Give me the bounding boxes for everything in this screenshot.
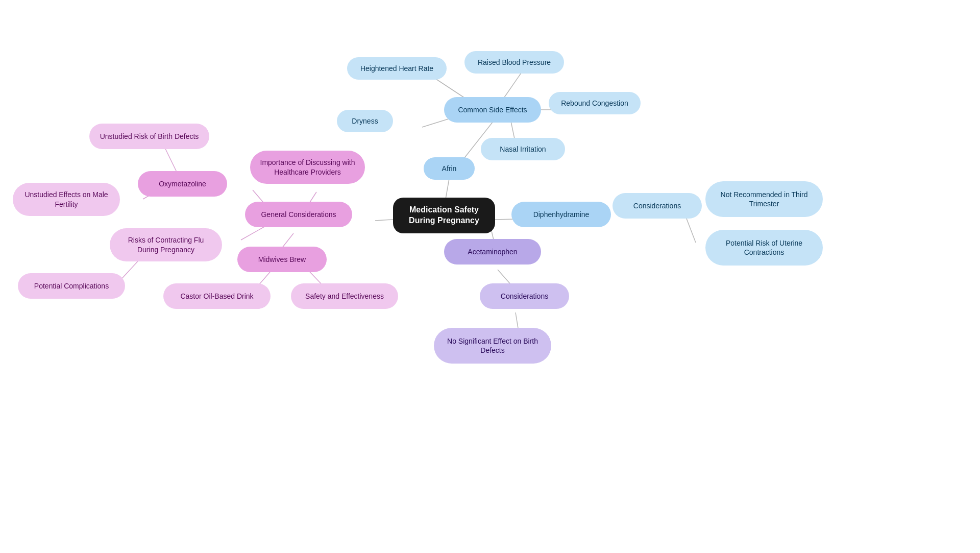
common-side-effects-label: Common Side Effects — [458, 105, 527, 114]
diphenhydramine-label: Diphenhydramine — [533, 210, 590, 219]
unstudied-risk-birth-node: Unstudied Risk of Birth Defects — [89, 124, 209, 149]
potential-risk-uterine-node: Potential Risk of Uterine Contractions — [705, 230, 823, 266]
safety-effectiveness-label: Safety and Effectiveness — [305, 292, 384, 301]
mind-map-connections — [0, 0, 980, 553]
unstudied-male-fertility-node: Unstudied Effects on Male Fertility — [13, 183, 120, 216]
center-label: Medication Safety During Pregnancy — [402, 205, 486, 226]
potential-complications-node: Potential Complications — [18, 273, 125, 299]
unstudied-risk-birth-label: Unstudied Risk of Birth Defects — [100, 132, 199, 141]
considerations-acetaminophen-label: Considerations — [501, 292, 548, 301]
importance-discussing-label: Importance of Discussing with Healthcare… — [259, 158, 356, 176]
nasal-irritation-label: Nasal Irritation — [500, 145, 546, 154]
raised-blood-pressure-node: Raised Blood Pressure — [464, 51, 564, 74]
nasal-irritation-node: Nasal Irritation — [481, 138, 565, 160]
midwives-brew-node: Midwives Brew — [237, 247, 327, 272]
risks-contracting-node: Risks of Contracting Flu During Pregnanc… — [110, 228, 222, 261]
not-recommended-node: Not Recommended in Third Trimester — [705, 181, 823, 217]
no-significant-node: No Significant Effect on Birth Defects — [434, 328, 551, 364]
considerations-diphenhydramine-node: Considerations — [612, 193, 702, 219]
castor-oil-node: Castor Oil-Based Drink — [163, 283, 271, 309]
no-significant-label: No Significant Effect on Birth Defects — [443, 336, 542, 355]
svg-line-6 — [503, 71, 522, 100]
general-considerations-node: General Considerations — [245, 202, 352, 227]
heightened-heart-rate-node: Heightened Heart Rate — [347, 57, 447, 80]
rebound-congestion-label: Rebound Congestion — [561, 99, 628, 108]
potential-complications-label: Potential Complications — [34, 281, 109, 291]
afrin-node: Afrin — [424, 157, 475, 180]
dryness-node: Dryness — [337, 110, 393, 132]
common-side-effects-node: Common Side Effects — [444, 97, 541, 123]
safety-effectiveness-node: Safety and Effectiveness — [291, 283, 398, 309]
oxymetazoline-label: Oxymetazoline — [159, 179, 206, 188]
risks-contracting-label: Risks of Contracting Flu During Pregnanc… — [119, 235, 213, 254]
rebound-congestion-node: Rebound Congestion — [549, 92, 641, 114]
center-node: Medication Safety During Pregnancy — [393, 198, 495, 233]
oxymetazoline-node: Oxymetazoline — [138, 171, 227, 197]
midwives-brew-label: Midwives Brew — [258, 255, 306, 264]
acetaminophen-node: Acetaminophen — [444, 239, 541, 265]
castor-oil-label: Castor Oil-Based Drink — [180, 292, 253, 301]
considerations-diphenhydramine-label: Considerations — [633, 201, 681, 210]
considerations-acetaminophen-node: Considerations — [480, 283, 569, 309]
heightened-heart-rate-label: Heightened Heart Rate — [360, 64, 433, 73]
svg-line-3 — [375, 220, 393, 221]
not-recommended-label: Not Recommended in Third Trimester — [715, 190, 814, 208]
raised-blood-pressure-label: Raised Blood Pressure — [478, 58, 551, 67]
unstudied-male-fertility-label: Unstudied Effects on Male Fertility — [22, 190, 111, 208]
importance-discussing-node: Importance of Discussing with Healthcare… — [250, 151, 365, 184]
potential-risk-uterine-label: Potential Risk of Uterine Contractions — [715, 238, 814, 257]
afrin-label: Afrin — [442, 164, 457, 173]
general-considerations-label: General Considerations — [261, 210, 336, 219]
dryness-label: Dryness — [352, 116, 378, 126]
acetaminophen-label: Acetaminophen — [468, 247, 517, 256]
diphenhydramine-node: Diphenhydramine — [511, 202, 611, 227]
